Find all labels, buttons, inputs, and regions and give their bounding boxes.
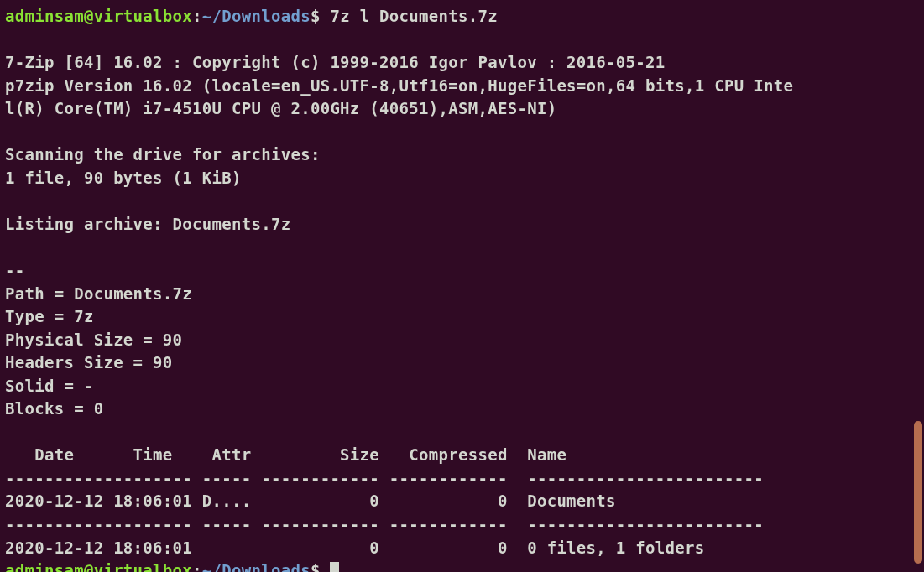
- output-line: Path = Documents.7z: [5, 284, 192, 303]
- table-header: Date Time Attr Size Compressed Name: [5, 445, 566, 464]
- output-line: Scanning the drive for archives:: [5, 145, 321, 164]
- terminal-output[interactable]: adminsam@virtualbox:~/Downloads$ 7z l Do…: [5, 5, 919, 572]
- prompt-colon: :: [192, 7, 202, 25]
- cursor-icon: [330, 562, 339, 572]
- output-line: 7-Zip [64] 16.02 : Copyright (c) 1999-20…: [5, 53, 666, 71]
- table-row: 2020-12-12 18:06:01 D.... 0 0 Documents: [5, 491, 616, 510]
- output-line: --: [5, 261, 24, 279]
- prompt-colon: :: [192, 561, 202, 572]
- table-separator: ------------------- ----- ------------ -…: [5, 515, 764, 533]
- output-line: 1 file, 90 bytes (1 KiB): [5, 169, 242, 187]
- prompt-user-host: adminsam@virtualbox: [5, 7, 192, 25]
- output-line: Headers Size = 90: [5, 353, 173, 372]
- table-separator: ------------------- ----- ------------ -…: [5, 469, 764, 487]
- table-row: 2020-12-12 18:06:01 0 0 0 files, 1 folde…: [5, 538, 704, 557]
- command-text: 7z l Documents.7z: [330, 7, 498, 25]
- output-line: Physical Size = 90: [5, 330, 182, 349]
- output-line: p7zip Version 16.02 (locale=en_US.UTF-8,…: [5, 76, 793, 95]
- output-line: Type = 7z: [5, 307, 94, 325]
- prompt-user-host: adminsam@virtualbox: [5, 561, 192, 572]
- prompt-path: ~/Downloads: [202, 561, 311, 572]
- output-line: Solid = -: [5, 377, 94, 395]
- prompt-dollar: $: [311, 561, 330, 572]
- output-line: l(R) Core(TM) i7-4510U CPU @ 2.00GHz (40…: [5, 99, 556, 117]
- prompt-path: ~/Downloads: [202, 7, 311, 25]
- output-line: Blocks = 0: [5, 399, 103, 418]
- output-line: Listing archive: Documents.7z: [5, 215, 290, 233]
- prompt-dollar: $: [311, 7, 330, 25]
- scrollbar-thumb[interactable]: [914, 421, 922, 564]
